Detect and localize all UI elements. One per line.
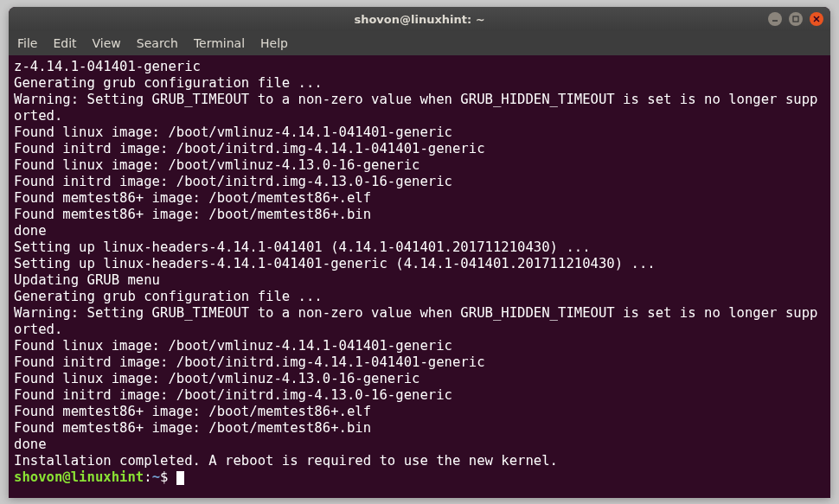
maximize-button[interactable]: [789, 12, 803, 26]
terminal-line: Installation completed. A reboot is requ…: [14, 453, 825, 469]
terminal-line: Found initrd image: /boot/initrd.img-4.1…: [14, 174, 825, 190]
menu-search[interactable]: Search: [137, 36, 178, 50]
terminal-line: Setting up linux-headers-4.14.1-041401-g…: [14, 256, 825, 272]
terminal-line: done: [14, 223, 825, 239]
menu-view[interactable]: View: [93, 36, 121, 50]
terminal-line: Warning: Setting GRUB_TIMEOUT to a non-z…: [14, 305, 825, 338]
window-controls: [768, 12, 823, 26]
prompt-path: ~: [152, 469, 160, 485]
terminal-line: Setting up linux-headers-4.14.1-041401 (…: [14, 239, 825, 256]
menu-edit[interactable]: Edit: [53, 36, 76, 50]
terminal-line: Found linux image: /boot/vmlinuz-4.13.0-…: [14, 157, 825, 174]
title-bar[interactable]: shovon@linuxhint: ~: [9, 7, 830, 31]
prompt-dollar: $: [160, 469, 168, 485]
minimize-button[interactable]: [768, 12, 782, 26]
cursor-icon: [176, 471, 184, 485]
terminal-line: Warning: Setting GRUB_TIMEOUT to a non-z…: [14, 92, 825, 124]
minimize-icon: [772, 16, 778, 22]
terminal-line: Found linux image: /boot/vmlinuz-4.14.1-…: [14, 124, 825, 141]
terminal-line: z-4.14.1-041401-generic: [14, 59, 825, 75]
terminal-line: Found memtest86+ image: /boot/memtest86+…: [14, 404, 825, 420]
terminal-line: Found initrd image: /boot/initrd.img-4.1…: [14, 387, 825, 404]
terminal-line: Found initrd image: /boot/initrd.img-4.1…: [14, 354, 825, 371]
window-title: shovon@linuxhint: ~: [354, 13, 484, 26]
terminal-line: Found memtest86+ image: /boot/memtest86+…: [14, 420, 825, 437]
terminal-window: shovon@linuxhint: ~ File Edit View Searc…: [9, 7, 830, 498]
terminal-line: Found initrd image: /boot/initrd.img-4.1…: [14, 141, 825, 157]
terminal-content[interactable]: z-4.14.1-041401-genericGenerating grub c…: [9, 55, 830, 498]
terminal-line: done: [14, 437, 825, 453]
prompt-colon: :: [144, 469, 151, 485]
menu-file[interactable]: File: [17, 36, 37, 50]
menu-bar: File Edit View Search Terminal Help: [9, 31, 830, 55]
terminal-line: Found linux image: /boot/vmlinuz-4.14.1-…: [14, 338, 825, 354]
close-icon: [813, 16, 820, 22]
prompt-host: linuxhint: [71, 469, 144, 485]
terminal-line: Found memtest86+ image: /boot/memtest86+…: [14, 207, 825, 223]
prompt-at: @: [62, 469, 70, 485]
prompt-user: shovon: [14, 469, 62, 485]
terminal-line: Updating GRUB menu: [14, 272, 825, 289]
close-button[interactable]: [810, 12, 823, 26]
terminal-line: Found memtest86+ image: /boot/memtest86+…: [14, 190, 825, 207]
prompt-line: shovon@linuxhint:~$: [14, 469, 825, 486]
menu-help[interactable]: Help: [260, 36, 288, 50]
menu-terminal[interactable]: Terminal: [194, 36, 245, 50]
terminal-line: Generating grub configuration file ...: [14, 75, 825, 92]
terminal-line: Generating grub configuration file ...: [14, 289, 825, 305]
maximize-icon: [792, 16, 799, 22]
terminal-line: Found linux image: /boot/vmlinuz-4.13.0-…: [14, 371, 825, 387]
svg-rect-1: [793, 16, 798, 22]
